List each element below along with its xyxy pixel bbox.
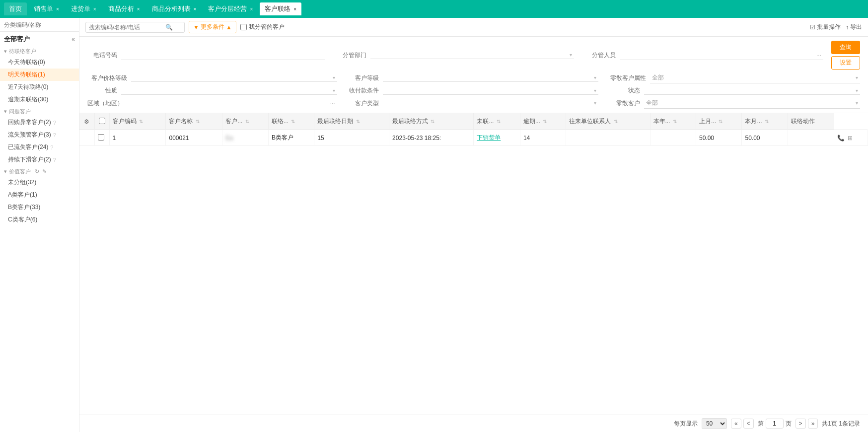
my-customers-checkbox[interactable] — [240, 24, 247, 30]
select-all-checkbox[interactable] — [99, 118, 105, 124]
filter-btn[interactable]: ▼ 更多条件 ▲ — [189, 21, 236, 33]
filter-phone-input[interactable] — [121, 51, 325, 60]
toolbar-search-box[interactable]: 🔍 — [85, 22, 185, 33]
sidebar-item-churned[interactable]: 已流失客户(24)? — [0, 141, 79, 153]
filter-status-select[interactable]: ▾ — [644, 87, 860, 95]
sidebar-item-class-b[interactable]: B类客户(33) — [0, 201, 79, 214]
th-not-contacted[interactable]: 未联... ⇅ — [474, 113, 520, 130]
sidebar-all-customers[interactable]: 全部客户 « — [0, 32, 79, 46]
th-this-year[interactable]: 本年... ⇅ — [650, 113, 696, 130]
td-row-last-method[interactable]: 下销货单 — [474, 130, 520, 146]
sidebar-item-unclassified[interactable]: 未分组(32) — [0, 176, 79, 189]
sidebar-item-label: 未分组(32) — [8, 178, 36, 187]
nav-item-customer-contact[interactable]: 客户联络× — [260, 2, 301, 15]
filter-region-select[interactable]: ··· — [127, 99, 337, 108]
per-page-select[interactable]: 50 20 100 200 — [702, 418, 727, 429]
sidebar-item-week-contact[interactable]: 近7天待联络(0) — [0, 81, 79, 93]
sidebar-item-class-a[interactable]: A类客户(1) — [0, 189, 79, 201]
contact-method-link[interactable]: 下销货单 — [477, 134, 501, 141]
th-customer-code[interactable]: 客户编码 ⇅ — [109, 113, 166, 130]
sidebar-item-label: B类客户(33) — [8, 203, 40, 212]
sidebar-help-icon[interactable]: ? — [50, 144, 53, 150]
sidebar-item-tomorrow-contact[interactable]: 明天待联络(1) — [0, 69, 79, 81]
th-last-contact-date[interactable]: 最后联络日期 ⇅ — [314, 113, 389, 130]
nav-close-customer-contact[interactable]: × — [293, 6, 296, 12]
filter-customer-grade-select[interactable]: ▾ — [383, 74, 599, 82]
action-grid-icon[interactable]: ⊞ — [848, 135, 853, 142]
td-row-checkbox[interactable] — [94, 130, 109, 146]
filter-nature-field: 性质 ▾ — [87, 86, 337, 95]
th-settings[interactable]: ⚙ — [79, 113, 94, 130]
th-overdue[interactable]: 逾期... ⇅ — [520, 113, 566, 130]
td-row-last-date: 2023-05-23 18:25: — [389, 130, 474, 146]
row-checkbox[interactable] — [98, 134, 104, 141]
sidebar-item-declining[interactable]: 持续下滑客户(2)? — [0, 153, 79, 166]
filter-phone-label: 电话号码 — [87, 51, 117, 60]
nav-close-purchase[interactable]: × — [93, 6, 96, 12]
export-btn[interactable]: ↑ 导出 — [846, 23, 862, 31]
th-unit-contact[interactable]: 往来单位联系人 ⇅ — [566, 113, 650, 130]
filter-retail-attr-label: 零散客户属性 — [610, 74, 646, 82]
sidebar-group-label-待联络客户[interactable]: ▾待联络客户 — [0, 46, 79, 56]
toolbar-search-input[interactable] — [89, 24, 163, 31]
filter-dept-select[interactable]: ▾ — [370, 51, 574, 59]
filter-retail-customer-select[interactable]: 全部 ▾ — [644, 98, 860, 109]
sidebar-group-edit-icon[interactable]: ✎ — [42, 168, 47, 175]
page-number-input[interactable] — [766, 419, 784, 429]
nav-close-product-analysis-list[interactable]: × — [194, 6, 197, 12]
sort-icon-unit: ⇅ — [614, 119, 618, 124]
sidebar-item-overdue-contact[interactable]: 逾期未联络(30) — [0, 93, 79, 106]
sidebar-help-icon[interactable]: ? — [53, 120, 56, 126]
batch-ops-btn[interactable]: ☑ 批量操作 — [810, 23, 841, 31]
filter-retail-attr-select[interactable]: 全部 ▾ — [650, 72, 860, 83]
th-this-month[interactable]: 本月... ⇅ — [742, 113, 788, 130]
sidebar-help-icon[interactable]: ? — [53, 132, 56, 138]
td-row-settings[interactable] — [79, 130, 94, 146]
sidebar-help-icon[interactable]: ? — [53, 157, 56, 163]
nav-item-purchase[interactable]: 进货单× — [66, 2, 101, 15]
nav-close-sales[interactable]: × — [56, 6, 59, 12]
th-last-contact-method[interactable]: 最后联络方式 ⇅ — [389, 113, 474, 130]
filter-value-grade-select[interactable]: ▾ — [131, 74, 337, 82]
th-checkbox[interactable] — [94, 113, 109, 130]
th-customer-type[interactable]: 客户... ⇅ — [222, 113, 268, 130]
td-row-actions[interactable]: 📞⊞ — [834, 130, 868, 146]
nav-first-btn[interactable]: « — [731, 419, 741, 429]
filter-customer-type-select[interactable]: ▾ — [383, 99, 599, 107]
th-contact-count[interactable]: 联络... ⇅ — [268, 113, 314, 130]
th-last-month[interactable]: 上月... ⇅ — [696, 113, 741, 130]
toolbar-search-icon[interactable]: 🔍 — [165, 24, 173, 31]
filter-payment-select[interactable]: ▾ — [383, 87, 599, 95]
th-customer-name[interactable]: 客户名称 ⇅ — [166, 113, 222, 130]
filter-row-1: 电话号码 分管部门 ▾ 分管人员 ··· 查询 — [87, 41, 860, 70]
sidebar-item-churn-warning[interactable]: 流失预警客户(3)? — [0, 129, 79, 141]
filter-nature-label: 性质 — [87, 86, 117, 95]
sidebar-search-input[interactable] — [4, 21, 78, 28]
nav-close-customer-tier[interactable]: × — [250, 6, 253, 12]
nav-prev-btn[interactable]: < — [743, 419, 754, 429]
sidebar-group-label-价值客户[interactable]: ▾价值客户↻✎ — [0, 166, 79, 176]
table-scroll[interactable]: ⚙ 客户编码 ⇅ 客户名称 ⇅ 客户... ⇅ 联络... ⇅ 最后联络日期 ⇅… — [79, 113, 868, 146]
nav-item-sales[interactable]: 销售单× — [29, 2, 64, 15]
nav-item-customer-tier[interactable]: 客户分层经营× — [203, 2, 258, 15]
filter-nature-select[interactable]: ▾ — [121, 87, 337, 95]
sidebar-item-today-contact[interactable]: 今天待联络(0) — [0, 56, 79, 69]
sidebar-item-class-c[interactable]: C类客户(6) — [0, 214, 79, 226]
sidebar-group-label-问题客户[interactable]: ▾问题客户 — [0, 106, 79, 116]
action-phone-icon[interactable]: 📞 — [837, 135, 845, 142]
query-btn[interactable]: 查询 — [831, 41, 860, 54]
reset-btn[interactable]: 设置 — [831, 56, 860, 70]
filter-caret-icon: ▲ — [226, 24, 232, 31]
my-customers-checkbox-label[interactable]: 我分管的客户 — [240, 23, 285, 31]
filter-person-field: 分管人员 ··· — [586, 51, 823, 60]
nav-next-btn[interactable]: > — [796, 419, 806, 429]
nav-close-product-analysis[interactable]: × — [137, 6, 140, 12]
td-row-overdue — [566, 130, 650, 146]
nav-last-btn[interactable]: » — [808, 419, 818, 429]
nav-item-home[interactable]: 首页 — [4, 2, 27, 15]
nav-item-product-analysis[interactable]: 商品分析× — [103, 2, 145, 15]
sidebar-item-repurchase-abnormal[interactable]: 回购异常客户(2)? — [0, 116, 79, 129]
sidebar-group-refresh-icon[interactable]: ↻ — [35, 168, 39, 175]
nav-item-product-analysis-list[interactable]: 商品分析列表× — [147, 2, 202, 15]
filter-person-select[interactable]: ··· — [620, 51, 823, 60]
